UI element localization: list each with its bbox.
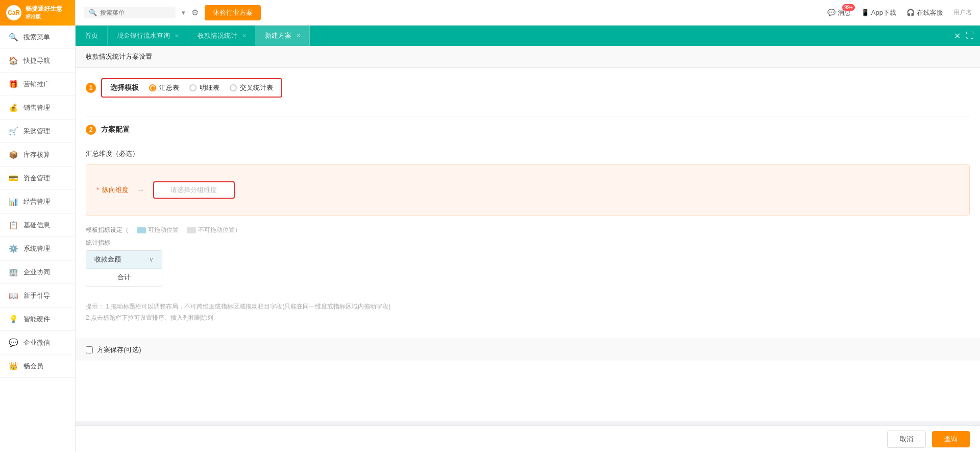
message-badge[interactable]: 💬 消息 99+ xyxy=(827,8,851,17)
bulb-icon: 💡 xyxy=(8,314,18,324)
sidebar-label-wechat: 企业微信 xyxy=(23,338,50,347)
sidebar-item-basic[interactable]: 📋 基础信息 xyxy=(0,213,75,237)
message-count: 99+ xyxy=(842,4,855,11)
gift-icon: 🎁 xyxy=(8,79,18,89)
section2-header: 2 方案配置 xyxy=(86,125,970,135)
radio-detail[interactable]: 明细表 xyxy=(189,83,219,92)
tab-collection-stats-label: 收款情况统计 xyxy=(198,31,237,40)
sidebar-item-inventory[interactable]: 📦 库存核算 xyxy=(0,143,75,166)
tab-collection-stats[interactable]: 收款情况统计 × xyxy=(188,26,256,46)
radio-summary-circle xyxy=(149,84,156,91)
sidebar-item-newbie[interactable]: 📖 新手引导 xyxy=(0,284,75,307)
sidebar-label-newbie: 新手引导 xyxy=(23,291,50,300)
sidebar-label-basic: 基础信息 xyxy=(23,221,50,230)
tab-cash-flow[interactable]: 现金银行流水查询 × xyxy=(108,26,188,46)
tab-collection-stats-close[interactable]: × xyxy=(242,32,246,39)
search-icon-top: 🔍 xyxy=(89,9,97,16)
sidebar-item-sales[interactable]: 💰 销售管理 xyxy=(0,96,75,120)
tab-close-window-icon[interactable]: ✕ xyxy=(954,31,961,41)
sidebar-label-smart-hw: 智能硬件 xyxy=(23,315,50,324)
cancel-button[interactable]: 取消 xyxy=(887,431,926,448)
app-download[interactable]: 📱 App下载 xyxy=(861,8,896,17)
radio-summary-label: 汇总表 xyxy=(159,83,179,92)
sidebar-item-member[interactable]: 👑 畅会员 xyxy=(0,354,75,378)
metrics-section: 模板指标设定（ 可拖动位置 不可拖动位置） 统计指标 xyxy=(86,226,970,288)
tabbar: 首页 现金银行流水查询 × 收款情况统计 × 新建方案 × ✕ ⛶ xyxy=(76,26,980,46)
template-radio-group: 汇总表 明细表 交叉统计表 xyxy=(149,83,273,92)
search-box: 🔍 xyxy=(84,7,176,18)
section1-num: 1 xyxy=(86,83,96,93)
template-selection-box: 选择模板 汇总表 明细表 xyxy=(101,78,282,98)
try-industry-button[interactable]: 体验行业方案 xyxy=(205,5,261,20)
username-text: 用户名 xyxy=(953,9,972,16)
logo-sub: 标准版 xyxy=(26,13,62,20)
sidebar-item-enterprise[interactable]: 🏢 企业协同 xyxy=(0,260,75,284)
tab-cash-flow-close[interactable]: × xyxy=(175,32,179,39)
save-section: 方案保存(可选) xyxy=(76,339,980,361)
metrics-chevron-icon[interactable]: ∨ xyxy=(149,256,154,263)
radio-detail-circle xyxy=(189,84,197,91)
hint-line-2: 2.点击标题栏下拉可设置排序、插入列和删除列 xyxy=(86,313,970,324)
sidebar-item-system[interactable]: ⚙️ 系统管理 xyxy=(0,237,75,260)
query-button[interactable]: 查询 xyxy=(932,431,970,447)
card-icon: 💳 xyxy=(8,173,18,183)
search-icon: 🔍 xyxy=(8,32,18,42)
metrics-table-header[interactable]: 收款金额 ∨ xyxy=(86,251,162,269)
drag-icon-movable xyxy=(137,227,146,233)
radio-summary[interactable]: 汇总表 xyxy=(149,83,179,92)
sidebar-label-member: 畅会员 xyxy=(23,362,43,371)
tab-new-plan-close[interactable]: × xyxy=(297,32,300,39)
tab-new-plan[interactable]: 新建方案 × xyxy=(256,26,310,46)
section-config: 2 方案配置 汇总维度（必选） * 纵向维度 → 请选择分组维度 xyxy=(76,116,980,339)
dimension-row: * 纵向维度 → 请选择分组维度 xyxy=(96,181,235,199)
section2-num: 2 xyxy=(86,125,96,135)
non-draggable-indicator: 不可拖动位置） xyxy=(187,226,241,234)
section1-header: 1 选择模板 汇总表 明细表 xyxy=(86,78,970,98)
tab-home-label: 首页 xyxy=(85,31,98,40)
sidebar-label-operation: 经营管理 xyxy=(23,197,50,206)
user-area[interactable]: 用户名 xyxy=(953,8,972,17)
sidebar-item-wechat[interactable]: 💬 企业微信 xyxy=(0,331,75,354)
hint-text-2: 2.点击标题栏下拉可设置排序、插入列和删除列 xyxy=(86,313,213,324)
vertical-dim-label: * 纵向维度 xyxy=(96,185,129,195)
sidebar-item-marketing[interactable]: 🎁 营销推广 xyxy=(0,73,75,96)
chevron-down-icon[interactable]: ▾ xyxy=(182,9,185,16)
main-area: 🔍 ▾ ⚙ 体验行业方案 💬 消息 99+ 📱 App下载 🎧 在线客服 用户名 xyxy=(76,0,980,452)
stats-indicator-label: 统计指标 xyxy=(86,239,162,247)
sidebar-item-purchase[interactable]: 🛒 采购管理 xyxy=(0,120,75,143)
online-service[interactable]: 🎧 在线客服 xyxy=(906,8,943,17)
radio-crosstab-label: 交叉统计表 xyxy=(240,83,273,92)
sidebar-item-search[interactable]: 🔍 搜索菜单 xyxy=(0,26,75,49)
save-checkbox[interactable] xyxy=(86,346,93,353)
hint-text-1: 提示： 1.拖动标题栏可以调整布局，不可跨维度或指标区域拖动栏目字段(只能在同一… xyxy=(86,301,390,313)
section2-title: 方案配置 xyxy=(101,125,130,134)
metrics-table-row-total: 合计 xyxy=(86,269,162,286)
metrics-table: 收款金额 ∨ 合计 xyxy=(86,250,162,287)
sidebar-label-marketing: 营销推广 xyxy=(23,80,50,89)
section1-title: 选择模板 xyxy=(110,83,139,92)
dimension-select[interactable]: 请选择分组维度 xyxy=(153,181,235,199)
sidebar-item-finance[interactable]: 💳 资金管理 xyxy=(0,166,75,190)
sidebar-item-quick-nav[interactable]: 🏠 快捷导航 xyxy=(0,49,75,73)
arrow-icon: → xyxy=(137,185,145,195)
sidebar-label-enterprise: 企业协同 xyxy=(23,268,50,277)
tab-home[interactable]: 首页 xyxy=(76,26,108,46)
sidebar-item-smart-hw[interactable]: 💡 智能硬件 xyxy=(0,307,75,331)
search-input[interactable] xyxy=(100,9,166,16)
sidebar-label-inventory: 库存核算 xyxy=(23,150,50,159)
tab-maximize-icon[interactable]: ⛶ xyxy=(966,31,974,40)
logo-text: 畅捷通好生意 xyxy=(26,5,62,13)
content-inner: 收款情况统计方案设置 1 选择模板 汇总表 xyxy=(76,46,980,421)
topbar: 🔍 ▾ ⚙ 体验行业方案 💬 消息 99+ 📱 App下载 🎧 在线客服 用户名 xyxy=(76,0,980,26)
tabbar-controls: ✕ ⛶ xyxy=(954,26,980,46)
book-icon: 📖 xyxy=(8,291,18,301)
draggable-indicator: 可拖动位置 xyxy=(137,226,179,234)
sidebar-logo: CaR 畅捷通好生意 标准版 xyxy=(0,0,75,26)
radio-crosstab[interactable]: 交叉统计表 xyxy=(230,83,273,92)
metrics-header: 模板指标设定（ 可拖动位置 不可拖动位置） xyxy=(86,226,970,234)
topbar-right: 💬 消息 99+ 📱 App下载 🎧 在线客服 用户名 xyxy=(827,8,972,17)
settings-icon[interactable]: ⚙ xyxy=(191,8,199,17)
sidebar-item-operation[interactable]: 📊 经营管理 xyxy=(0,190,75,213)
box-icon: 📦 xyxy=(8,150,18,160)
sidebar-label-finance: 资金管理 xyxy=(23,174,50,183)
